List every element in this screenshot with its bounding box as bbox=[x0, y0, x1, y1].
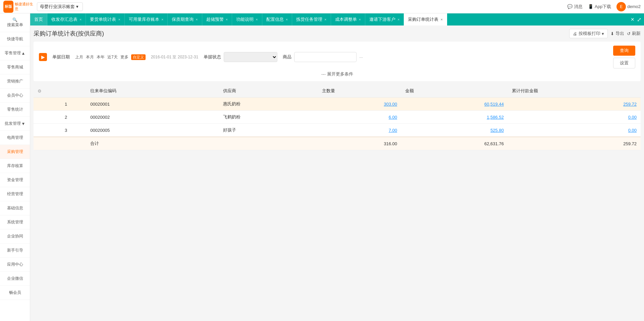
footer-paid: 259.72 bbox=[508, 137, 641, 150]
sidebar-item-newbie[interactable]: 新手引导 bbox=[0, 244, 30, 258]
tab-invite-downstream[interactable]: 邀请下游客户 × bbox=[365, 13, 404, 25]
logo-area: 标版 畅捷通好生意 bbox=[3, 1, 34, 13]
tab-close-icon[interactable]: × bbox=[161, 17, 163, 21]
settings-btn[interactable]: 设置 bbox=[613, 58, 635, 68]
export-btn[interactable]: ⬇ 导出 bbox=[610, 31, 624, 37]
sidebar-item-enterprise[interactable]: 企业协同 bbox=[0, 229, 30, 244]
maximize-btn[interactable]: ⤢ bbox=[637, 16, 641, 23]
tab-home-label: 首页 bbox=[34, 16, 43, 22]
filter-toggle-btn[interactable]: ▶ bbox=[39, 53, 47, 61]
tab-purchase-stats[interactable]: 要货单统计表 × bbox=[86, 13, 124, 25]
sidebar-item-wechat[interactable]: 企业微信 bbox=[0, 272, 30, 286]
sidebar-item-purchase[interactable]: 采购管理 bbox=[0, 145, 30, 159]
refresh-icon: ↺ bbox=[627, 31, 631, 36]
row-paid[interactable]: 259.72 bbox=[508, 98, 641, 111]
tab-label: 收发存汇总表 bbox=[51, 16, 77, 22]
sidebar-item-label: 系统管理 bbox=[2, 219, 28, 225]
chevron-down-icon: ▼ bbox=[21, 121, 25, 126]
row-quantity[interactable]: 303.00 bbox=[318, 98, 401, 111]
sidebar-item-label: 经营管理 bbox=[2, 191, 28, 197]
footer-amount: 62,631.76 bbox=[401, 137, 508, 150]
tab-close-icon[interactable]: × bbox=[440, 17, 442, 21]
tab-close-icon[interactable]: × bbox=[397, 17, 399, 21]
export-label: 导出 bbox=[615, 31, 624, 37]
refresh-label: 刷新 bbox=[632, 31, 641, 37]
status-filter: 单据状态 bbox=[204, 52, 277, 62]
tab-close-icon[interactable]: × bbox=[324, 17, 326, 21]
sidebar-item-retail-mall[interactable]: 零售商城 bbox=[0, 60, 30, 74]
tab-receive-summary[interactable]: 收发存汇总表 × bbox=[47, 13, 86, 25]
sidebar-item-system[interactable]: 系统管理 bbox=[0, 215, 30, 229]
row-paid[interactable]: 0.00 bbox=[508, 111, 641, 124]
date-shortcut-this-year[interactable]: 本年 bbox=[97, 54, 105, 60]
sidebar-item-label: 零售商城 bbox=[2, 64, 28, 70]
filter-toggle-icon: ▶ bbox=[41, 54, 45, 60]
tab-label: 功能说明 bbox=[236, 16, 254, 22]
date-shortcut-7days[interactable]: 近7天 bbox=[107, 54, 118, 60]
sidebar-item-marketing[interactable]: 营销推广 bbox=[0, 74, 30, 89]
row-paid[interactable]: 0.00 bbox=[508, 124, 641, 137]
row-quantity[interactable]: 6.00 bbox=[318, 111, 401, 124]
sidebar-item-operations[interactable]: 经营管理 bbox=[0, 187, 30, 201]
sidebar-item-label: 应用中心 bbox=[2, 262, 28, 267]
sidebar-item-capital[interactable]: 资金管理 bbox=[0, 173, 30, 187]
row-amount[interactable]: 60,519.44 bbox=[401, 98, 508, 111]
row-quantity[interactable]: 7.00 bbox=[318, 124, 401, 137]
message-btn[interactable]: 💬 消息 bbox=[567, 4, 583, 10]
app-download-label: App下载 bbox=[595, 4, 611, 10]
tab-overstock-warning[interactable]: 超储预警 × bbox=[202, 13, 232, 25]
goods-input[interactable] bbox=[294, 52, 357, 62]
tab-available-inventory[interactable]: 可用量库存账本 × bbox=[125, 13, 168, 25]
th-settings: ⚙ bbox=[34, 85, 46, 98]
refresh-btn[interactable]: ↺ 刷新 bbox=[627, 31, 641, 37]
close-all-tabs-btn[interactable]: × bbox=[631, 16, 634, 23]
tab-bar-actions: × ⤢ bbox=[631, 16, 644, 23]
sidebar-item-quicknav[interactable]: 快捷导航 bbox=[0, 32, 30, 46]
content-area: 首页 收发存汇总表 × 要货单统计表 × 可用量库存账本 × 保质期查询 × bbox=[30, 13, 644, 321]
tab-close-icon[interactable]: × bbox=[359, 17, 361, 21]
sidebar-item-retail[interactable]: 零售管理 ▲ bbox=[0, 46, 30, 60]
tab-home[interactable]: 首页 bbox=[30, 13, 47, 25]
tab-expiry-query[interactable]: 保质期查询 × bbox=[168, 13, 202, 25]
sidebar-item-ecommerce[interactable]: 电商管理 bbox=[0, 131, 30, 145]
row-amount[interactable]: 525.80 bbox=[401, 124, 508, 137]
tab-purchase-order-stats[interactable]: 采购订单统计表 × bbox=[404, 13, 447, 25]
footer-label: 合计 bbox=[86, 137, 318, 150]
user-name: demo2 bbox=[627, 4, 641, 9]
tab-close-icon[interactable]: × bbox=[226, 17, 228, 21]
sidebar-item-basic-info[interactable]: 基础信息 bbox=[0, 201, 30, 215]
query-btn[interactable]: 查询 bbox=[613, 46, 635, 56]
sidebar-item-search[interactable]: 🔍 搜索菜单 bbox=[0, 13, 30, 32]
tab-function-desc[interactable]: 功能说明 × bbox=[232, 13, 262, 25]
user-profile[interactable]: E demo2 bbox=[616, 2, 641, 11]
row-amount[interactable]: 1,586.52 bbox=[401, 111, 508, 124]
table-area: ⚙ 往来单位编码 供应商 主数量 金额 累计付款金额 bbox=[34, 85, 641, 150]
date-shortcut-last-month[interactable]: 上月 bbox=[75, 54, 83, 60]
goods-more-icon[interactable]: ··· bbox=[359, 55, 363, 60]
tab-close-icon[interactable]: × bbox=[286, 17, 288, 21]
date-label: 单据日期 bbox=[52, 54, 70, 60]
app-download-btn[interactable]: 📱 App下载 bbox=[588, 4, 611, 10]
custom-date-tag[interactable]: 自定义 bbox=[131, 54, 146, 60]
date-shortcut-more[interactable]: 更多 bbox=[120, 54, 128, 60]
column-settings-icon[interactable]: ⚙ bbox=[38, 89, 42, 94]
expand-more-btn[interactable]: ⋯ 展开更多条件 bbox=[321, 71, 353, 77]
tab-close-icon[interactable]: × bbox=[118, 17, 120, 21]
status-select[interactable] bbox=[224, 52, 277, 62]
date-shortcut-this-month[interactable]: 本月 bbox=[86, 54, 94, 60]
tab-close-icon[interactable]: × bbox=[79, 17, 82, 21]
print-btn[interactable]: 🖨 按模板打印 ▾ bbox=[569, 29, 608, 38]
sidebar-item-vip[interactable]: 畅会员 bbox=[0, 286, 30, 300]
tab-config-info[interactable]: 配置信息 × bbox=[262, 13, 292, 25]
sidebar-item-retail-stats[interactable]: 零售统计 bbox=[0, 103, 30, 117]
sidebar-item-inventory[interactable]: 库存核算 bbox=[0, 159, 30, 173]
sidebar-item-label: 畅会员 bbox=[2, 290, 28, 296]
workspace-selector[interactable]: 母婴行业演示账套 ▾ bbox=[37, 2, 83, 11]
tab-picking-task[interactable]: 拣货任务管理 × bbox=[292, 13, 331, 25]
tab-close-icon[interactable]: × bbox=[256, 17, 258, 21]
tab-cost-adjust[interactable]: 成本调整单 × bbox=[331, 13, 365, 25]
tab-close-icon[interactable]: × bbox=[196, 17, 198, 21]
sidebar-item-wholesale[interactable]: 批发管理 ▼ bbox=[0, 117, 30, 131]
sidebar-item-app-center[interactable]: 应用中心 bbox=[0, 258, 30, 272]
sidebar-item-members[interactable]: 会员中心 bbox=[0, 89, 30, 103]
